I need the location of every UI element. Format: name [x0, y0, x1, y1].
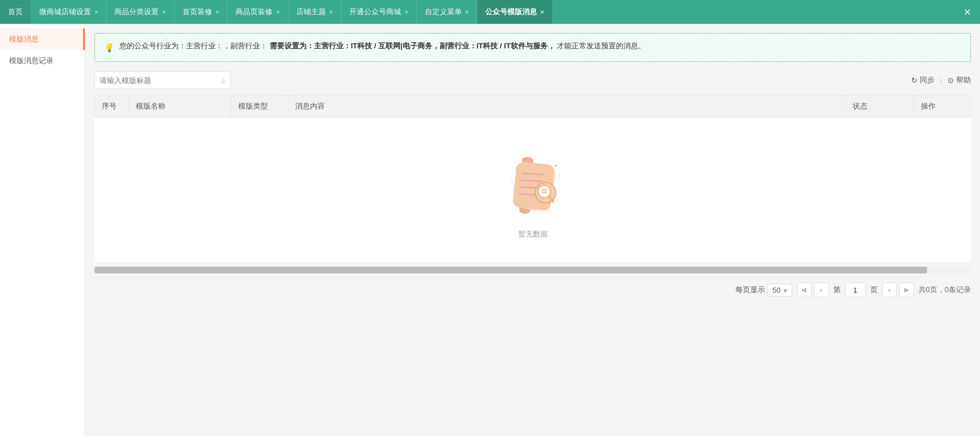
empty-row: ✦ ✦ ✦ 暂无数据 — [95, 118, 971, 263]
tab-home-deco[interactable]: 首页装修 × — [175, 0, 228, 24]
page-size-value: 50 — [772, 286, 780, 294]
page-size-chevron-icon: ∨ — [783, 287, 787, 293]
search-input-wrap[interactable]: ⌕ — [94, 71, 231, 89]
page-size-label: 每页显示 — [735, 285, 765, 295]
sidebar-item-template[interactable]: 模版消息 — [0, 28, 85, 50]
page-size-dropdown[interactable]: 50 ∨ — [767, 284, 792, 297]
tab-custom-menu-label: 自定义菜单 — [425, 7, 462, 17]
col-name: 模版名称 — [129, 95, 231, 118]
toolbar-divider: | — [940, 76, 942, 85]
empty-illustration: ✦ ✦ ✦ — [499, 152, 567, 220]
col-content: 消息内容 — [288, 95, 846, 118]
table-header-row: 序号 模版名称 模版类型 消息内容 状态 操作 — [95, 95, 971, 118]
col-action: 操作 — [914, 95, 971, 118]
svg-text:✦: ✦ — [558, 174, 561, 178]
search-button[interactable]: ⌕ — [221, 76, 226, 85]
help-button[interactable]: ⊙ 帮助 — [948, 75, 971, 85]
page-first-button[interactable]: ⊲ — [797, 283, 812, 297]
sidebar-item-template-record[interactable]: 模版消息记录 — [0, 50, 85, 72]
tab-bar: 首页 微商城店铺设置 × 商品分类设置 × 首页装修 × 商品页装修 × 店铺主… — [0, 0, 980, 24]
tab-template-msg-close[interactable]: × — [540, 9, 544, 15]
tab-category[interactable]: 商品分类设置 × — [106, 0, 174, 24]
tab-open-mall-close[interactable]: × — [404, 9, 408, 15]
tab-custom-menu[interactable]: 自定义菜单 × — [417, 0, 477, 24]
svg-text:✦: ✦ — [553, 163, 558, 169]
page-size-select: 每页显示 50 ∨ — [735, 284, 792, 297]
notice-prefix: 您的公众号行业为：主营行业：，副营行业： — [119, 41, 267, 50]
notice-box: 💡 您的公众号行业为：主营行业：，副营行业： 需要设置为：主营行业：IT科技 /… — [94, 33, 971, 62]
col-index: 序号 — [95, 95, 129, 118]
svg-text:✦: ✦ — [510, 180, 514, 184]
search-row: ⌕ ↻ 同步 | ⊙ 帮助 — [94, 71, 971, 89]
tab-custom-menu-close[interactable]: × — [465, 9, 469, 15]
notice-highlight: 需要设置为：主营行业：IT科技 / 互联网|电子商务，副营行业：IT科技 / I… — [270, 41, 555, 50]
data-table: 序号 模版名称 模版类型 消息内容 状态 操作 — [94, 95, 971, 262]
sidebar: 模版消息 模版消息记录 — [0, 24, 85, 436]
content-area: 💡 您的公众号行业为：主营行业：，副营行业： 需要设置为：主营行业：IT科技 /… — [85, 24, 980, 436]
tab-open-mall[interactable]: 开通公众号商城 × — [341, 0, 416, 24]
tab-product-deco-close[interactable]: × — [276, 9, 279, 15]
page-last-button[interactable]: ⊳ — [899, 283, 914, 297]
page-label-post: 页 — [870, 285, 878, 295]
tab-home-label: 首页 — [8, 7, 23, 17]
page-total: 共0页，0条记录 — [919, 285, 971, 295]
tab-wechat-shop-label: 微商城店铺设置 — [39, 7, 91, 17]
tab-bar-close-all[interactable]: ✕ — [954, 0, 980, 24]
search-input[interactable] — [100, 76, 219, 85]
empty-state: ✦ ✦ ✦ 暂无数据 — [95, 118, 971, 262]
tab-wechat-shop[interactable]: 微商城店铺设置 × — [31, 0, 106, 24]
pagination-row: 每页显示 50 ∨ ⊲ ‹ 第 页 › ⊳ 共0页，0条记录 — [94, 283, 971, 297]
col-type: 模版类型 — [231, 95, 288, 118]
page-label-pre: 第 — [833, 285, 841, 295]
table-scroll-thumb[interactable] — [94, 267, 927, 273]
col-status: 状态 — [846, 95, 914, 118]
tab-shop-theme[interactable]: 店铺主题 × — [288, 0, 341, 24]
tab-home-deco-label: 首页装修 — [183, 7, 212, 17]
help-icon: ⊙ — [948, 76, 954, 85]
page-nav: ⊲ ‹ 第 页 › ⊳ — [797, 283, 914, 297]
sync-button[interactable]: ↻ 同步 — [911, 75, 934, 85]
page-next-button[interactable]: › — [882, 283, 897, 297]
tab-category-close[interactable]: × — [162, 9, 166, 15]
notice-icon: 💡 — [104, 41, 115, 55]
tab-product-deco-label: 商品页装修 — [235, 7, 272, 17]
table-scrollbar[interactable] — [94, 267, 971, 273]
toolbar-right: ↻ 同步 | ⊙ 帮助 — [911, 75, 971, 85]
sync-icon: ↻ — [911, 76, 917, 85]
page-input[interactable] — [845, 283, 866, 297]
tab-template-msg-label: 公众号模版消息 — [485, 7, 537, 17]
tab-shop-theme-label: 店铺主题 — [296, 7, 326, 17]
tab-home[interactable]: 首页 — [0, 0, 31, 24]
tab-template-msg[interactable]: 公众号模版消息 × — [477, 0, 552, 24]
empty-text: 暂无数据 — [518, 229, 548, 239]
tab-shop-theme-close[interactable]: × — [329, 9, 333, 15]
notice-suffix: 才能正常发送预置的消息。 — [557, 41, 646, 50]
tab-wechat-shop-close[interactable]: × — [94, 9, 98, 15]
tab-product-deco[interactable]: 商品页装修 × — [228, 0, 288, 24]
tab-category-label: 商品分类设置 — [114, 7, 159, 17]
tab-open-mall-label: 开通公众号商城 — [349, 7, 401, 17]
main-layout: 模版消息 模版消息记录 💡 您的公众号行业为：主营行业：，副营行业： 需要设置为… — [0, 24, 980, 436]
tab-home-deco-close[interactable]: × — [216, 9, 219, 15]
page-prev-button[interactable]: ‹ — [814, 283, 829, 297]
